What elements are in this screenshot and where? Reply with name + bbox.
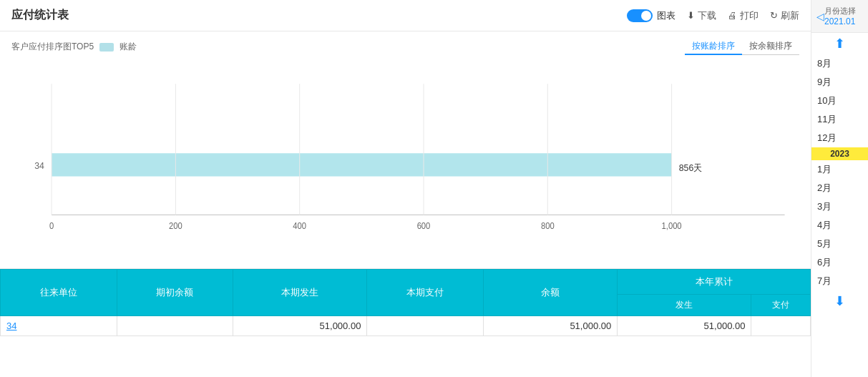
download-button[interactable]: ⬇ 下载 [687,9,716,22]
month-item-3[interactable]: 3月 [811,197,868,216]
sidebar-header: ◁ 月份选择 [811,0,868,33]
chart-section: 客户应付排序图TOP5 账龄 按账龄排序 按余额排序 34 856天 [0,31,811,269]
print-button[interactable]: 🖨 打印 [728,9,759,22]
y-axis-label: 34 [34,160,44,170]
chart-svg: 34 856天 0 200 400 600 800 1,000 [11,61,799,261]
nav-down-button[interactable]: ⬇ [832,290,848,312]
month-item-5[interactable]: 5月 [811,235,868,253]
cell-year-occur: 51,000.00 [618,316,751,336]
col-unit: 往来单位 [1,270,117,316]
bar-value-label: 856天 [679,163,703,173]
month-input[interactable] [824,16,864,26]
col-year-pay: 支付 [751,295,811,316]
month-item-7[interactable]: 7月 [811,272,868,290]
toggle-thumb [641,11,651,21]
chart-legend: 客户应付排序图TOP5 账龄 [11,41,137,53]
month-item-4[interactable]: 4月 [811,216,868,235]
page-header: 应付统计表 图表 ⬇ 下载 🖨 打印 ↻ 刷新 [0,0,811,31]
table-body: 34 51,000.00 51,000.00 51,000.00 [1,316,811,336]
sidebar-collapse-arrow[interactable]: ◁ [816,9,824,24]
cell-current-pay [367,316,484,336]
sort-by-age-button[interactable]: 按账龄排序 [685,39,742,55]
sidebar: ◁ 月份选择 ⬆ 8月 9月 10月 11月 12月 2023 1月 2月 3月… [811,0,868,377]
nav-up-button[interactable]: ⬆ [832,33,848,54]
print-icon: 🖨 [728,10,737,21]
table-header-row: 往来单位 期初余额 本期发生 本期支付 余额 本年累计 [1,270,811,295]
data-table: 往来单位 期初余额 本期发生 本期支付 余额 本年累计 发生 支付 [0,269,811,336]
cell-year-pay [751,316,811,336]
chart-toggle[interactable]: 图表 [627,9,676,22]
col-balance: 余额 [484,270,618,316]
month-item-10[interactable]: 10月 [811,92,868,110]
cell-opening [117,316,233,336]
chart-label: 图表 [657,9,676,22]
x-tick-400: 400 [293,221,306,230]
sidebar-nav-bottom: ⬇ [811,290,868,312]
table-row: 34 51,000.00 51,000.00 51,000.00 [1,316,811,336]
month-select-label: 月份选择 [824,6,864,16]
legend-box-label: 账龄 [120,41,137,53]
sort-buttons: 按账龄排序 按余额排序 [685,39,799,55]
download-icon: ⬇ [687,10,695,21]
col-opening: 期初余额 [117,270,233,316]
col-current-pay: 本期支付 [367,270,484,316]
month-list: 8月 9月 10月 11月 12月 2023 1月 2月 3月 4月 5月 6月… [811,54,868,290]
month-item-6[interactable]: 6月 [811,253,868,272]
sidebar-nav: ⬆ [811,33,868,54]
col-year-cumulative: 本年累计 [618,270,811,295]
x-tick-200: 200 [169,221,182,230]
x-tick-1000: 1,000 [662,221,682,230]
col-current-occur: 本期发生 [233,270,367,316]
legend-label: 客户应付排序图TOP5 [11,41,94,53]
x-tick-600: 600 [417,221,431,230]
chart-header: 客户应付排序图TOP5 账龄 按账龄排序 按余额排序 [11,39,799,55]
col-year-occur: 发生 [618,295,751,316]
month-item-9[interactable]: 9月 [811,73,868,92]
refresh-button[interactable]: ↻ 刷新 [770,9,799,22]
x-tick-0: 0 [49,221,54,230]
month-item-1[interactable]: 1月 [811,160,868,179]
page-title: 应付统计表 [11,8,69,23]
x-tick-800: 800 [541,221,555,230]
cell-unit: 34 [1,316,117,336]
table-section: 往来单位 期初余额 本期发生 本期支付 余额 本年累计 发生 支付 [0,269,811,377]
refresh-icon: ↻ [770,10,778,21]
cell-current-occur: 51,000.00 [233,316,367,336]
month-item-2[interactable]: 2月 [811,179,868,197]
legend-box [99,43,114,52]
chart-bar [52,153,672,176]
month-item-8[interactable]: 8月 [811,54,868,73]
cell-balance: 51,000.00 [484,316,618,336]
month-item-11[interactable]: 11月 [811,110,868,129]
unit-link[interactable]: 34 [6,320,16,331]
header-actions: 图表 ⬇ 下载 🖨 打印 ↻ 刷新 [627,9,799,22]
toggle-track[interactable] [627,9,653,22]
sort-by-balance-button[interactable]: 按余额排序 [742,39,799,55]
chart-wrapper: 34 856天 0 200 400 600 800 1,000 [11,61,799,261]
month-item-12[interactable]: 12月 [811,129,868,147]
year-label-2023: 2023 [811,147,868,160]
